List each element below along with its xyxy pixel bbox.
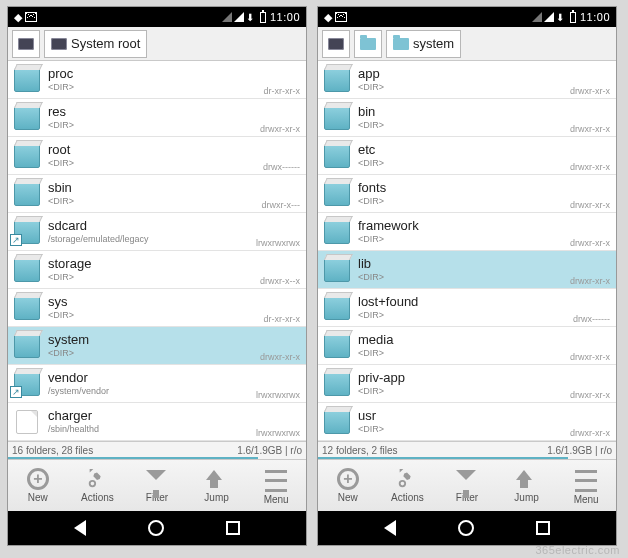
item-permissions: drwxr-xr-x xyxy=(570,124,610,134)
item-subtext: <DIR> xyxy=(48,82,264,93)
menu-button[interactable]: Menu xyxy=(556,460,616,511)
list-item[interactable]: framework <DIR> drwxr-xr-x xyxy=(318,213,616,251)
actions-button[interactable]: Actions xyxy=(378,460,438,511)
item-permissions: lrwxrwxrwx xyxy=(256,428,300,438)
plus-icon: + xyxy=(27,468,49,490)
shortcut-badge-icon: ↗ xyxy=(10,386,22,398)
list-item[interactable]: app <DIR> drwxr-xr-x xyxy=(318,61,616,99)
tools-icon xyxy=(396,468,418,490)
item-permissions: drwxr-xr-x xyxy=(570,86,610,96)
back-button[interactable] xyxy=(74,520,86,536)
item-name: root xyxy=(48,142,263,158)
folder-count: 16 folders, 28 files xyxy=(12,445,93,456)
watermark: 365electric.com xyxy=(535,544,620,556)
folder-icon xyxy=(12,180,42,208)
filter-button[interactable]: Filter xyxy=(127,460,187,511)
item-permissions: drwx------ xyxy=(263,162,300,172)
item-name: usr xyxy=(358,408,570,424)
folder-icon xyxy=(322,142,352,170)
item-permissions: drwx------ xyxy=(573,314,610,324)
item-subtext: <DIR> xyxy=(358,348,570,359)
path-chip[interactable] xyxy=(12,30,40,58)
list-item[interactable]: charger /sbin/healthd lrwxrwxrwx xyxy=(8,403,306,441)
diamond-icon: ◆ xyxy=(14,11,22,24)
item-name: bin xyxy=(358,104,570,120)
item-name: framework xyxy=(358,218,570,234)
file-list[interactable]: proc <DIR> dr-xr-xr-x res <DIR> drwxr-xr… xyxy=(8,61,306,441)
list-item[interactable]: lib <DIR> drwxr-xr-x xyxy=(318,251,616,289)
funnel-icon xyxy=(456,468,478,490)
shortcut-icon: ↗ xyxy=(12,370,42,398)
item-subtext: <DIR> xyxy=(358,82,570,93)
diamond-icon: ◆ xyxy=(324,11,332,24)
new-button[interactable]: + New xyxy=(318,460,378,511)
folder-icon xyxy=(322,294,352,322)
item-subtext: <DIR> xyxy=(48,272,260,283)
list-item[interactable]: sys <DIR> dr-xr-xr-x xyxy=(8,289,306,327)
list-item[interactable]: system <DIR> drwxr-xr-x xyxy=(8,327,306,365)
signal-icon xyxy=(532,12,542,22)
home-button[interactable] xyxy=(458,520,474,536)
disk-icon xyxy=(328,38,344,50)
tool-label: Jump xyxy=(514,492,538,503)
list-item[interactable]: res <DIR> drwxr-xr-x xyxy=(8,99,306,137)
path-bar: System root xyxy=(8,27,306,61)
item-permissions: dr-xr-xr-x xyxy=(264,314,301,324)
disk-icon xyxy=(51,38,67,50)
item-name: sys xyxy=(48,294,264,310)
item-name: fonts xyxy=(358,180,570,196)
item-subtext: <DIR> xyxy=(48,310,264,321)
signal-icon xyxy=(222,12,232,22)
folder-icon xyxy=(322,332,352,360)
item-name: priv-app xyxy=(358,370,570,386)
list-item[interactable]: usr <DIR> drwxr-xr-x xyxy=(318,403,616,441)
list-item[interactable]: root <DIR> drwx------ xyxy=(8,137,306,175)
list-item[interactable]: ↗ sdcard /storage/emulated/legacy lrwxrw… xyxy=(8,213,306,251)
item-permissions: drwxr-xr-x xyxy=(570,238,610,248)
actions-button[interactable]: Actions xyxy=(68,460,128,511)
path-chip[interactable] xyxy=(354,30,382,58)
list-item[interactable]: storage <DIR> drwxr-x--x xyxy=(8,251,306,289)
path-current[interactable]: system xyxy=(386,30,461,58)
recent-button[interactable] xyxy=(226,521,240,535)
recent-button[interactable] xyxy=(536,521,550,535)
list-item[interactable]: media <DIR> drwxr-xr-x xyxy=(318,327,616,365)
list-item[interactable]: proc <DIR> dr-xr-xr-x xyxy=(8,61,306,99)
jump-button[interactable]: Jump xyxy=(497,460,557,511)
tool-label: Actions xyxy=(391,492,424,503)
folder-count: 12 folders, 2 files xyxy=(322,445,398,456)
phone-screen: ◆ ⬇ 11:00 system xyxy=(317,6,617,546)
menu-button[interactable]: Menu xyxy=(246,460,306,511)
tool-label: Actions xyxy=(81,492,114,503)
item-name: charger xyxy=(48,408,256,424)
home-button[interactable] xyxy=(148,520,164,536)
item-permissions: lrwxrwxrwx xyxy=(256,238,300,248)
item-subtext: <DIR> xyxy=(358,234,570,245)
item-permissions: drwxr-xr-x xyxy=(260,124,300,134)
item-name: media xyxy=(358,332,570,348)
path-chip[interactable] xyxy=(322,30,350,58)
info-bar: 16 folders, 28 files 1.6/1.9GB | r/o xyxy=(8,441,306,459)
filter-button[interactable]: Filter xyxy=(437,460,497,511)
path-label: system xyxy=(413,36,454,51)
file-list[interactable]: app <DIR> drwxr-xr-x bin <DIR> drwxr-xr-… xyxy=(318,61,616,441)
item-name: storage xyxy=(48,256,260,272)
folder-icon xyxy=(322,256,352,284)
jump-button[interactable]: Jump xyxy=(187,460,247,511)
item-name: lib xyxy=(358,256,570,272)
wifi-icon xyxy=(544,12,554,22)
list-item[interactable]: etc <DIR> drwxr-xr-x xyxy=(318,137,616,175)
item-name: lost+found xyxy=(358,294,573,310)
toolbar: + New Actions Filter Jump Menu xyxy=(8,459,306,511)
list-item[interactable]: lost+found <DIR> drwx------ xyxy=(318,289,616,327)
new-button[interactable]: + New xyxy=(8,460,68,511)
item-subtext: <DIR> xyxy=(358,272,570,283)
path-current[interactable]: System root xyxy=(44,30,147,58)
back-button[interactable] xyxy=(384,520,396,536)
list-item[interactable]: fonts <DIR> drwxr-xr-x xyxy=(318,175,616,213)
list-item[interactable]: bin <DIR> drwxr-xr-x xyxy=(318,99,616,137)
list-item[interactable]: priv-app <DIR> drwxr-xr-x xyxy=(318,365,616,403)
item-subtext: <DIR> xyxy=(48,348,260,359)
list-item[interactable]: sbin <DIR> drwxr-x--- xyxy=(8,175,306,213)
list-item[interactable]: ↗ vendor /system/vendor lrwxrwxrwx xyxy=(8,365,306,403)
